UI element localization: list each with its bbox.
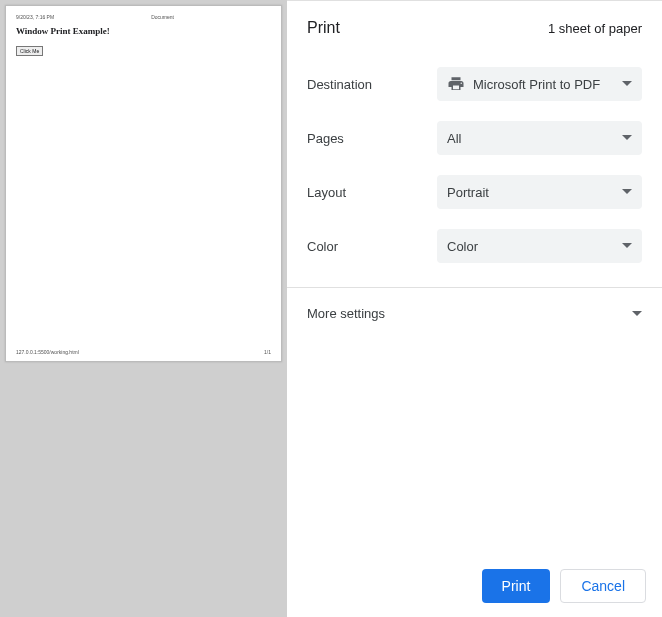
chevron-down-icon bbox=[632, 309, 642, 319]
option-row-layout: Layout Portrait bbox=[287, 165, 662, 219]
dialog-title-row: Print 1 sheet of paper bbox=[287, 1, 662, 57]
destination-value: Microsoft Print to PDF bbox=[473, 77, 600, 92]
print-button[interactable]: Print bbox=[482, 569, 551, 603]
preview-header-date: 9/20/23, 7:16 PM bbox=[16, 14, 54, 20]
preview-header: 9/20/23, 7:16 PM Document bbox=[16, 14, 271, 20]
sheet-count: 1 sheet of paper bbox=[548, 21, 642, 36]
preview-page: 9/20/23, 7:16 PM Document Window Print E… bbox=[5, 5, 282, 362]
more-settings-label: More settings bbox=[307, 306, 385, 321]
more-settings-toggle[interactable]: More settings bbox=[287, 288, 662, 339]
option-row-destination: Destination Microsoft Print to PDF bbox=[287, 57, 662, 111]
preview-footer: 127.0.0.1:5500/working.html 1/1 bbox=[16, 349, 271, 355]
pages-value: All bbox=[447, 131, 461, 146]
pages-dropdown[interactable]: All bbox=[437, 121, 642, 155]
chevron-down-icon bbox=[622, 79, 632, 89]
layout-value: Portrait bbox=[447, 185, 489, 200]
preview-footer-pages: 1/1 bbox=[264, 349, 271, 355]
layout-label: Layout bbox=[307, 185, 437, 200]
option-row-color: Color Color bbox=[287, 219, 662, 273]
preview-body-button: Click Me bbox=[16, 46, 43, 56]
chevron-down-icon bbox=[622, 187, 632, 197]
printer-icon bbox=[447, 75, 465, 93]
preview-footer-url: 127.0.0.1:5500/working.html bbox=[16, 349, 79, 355]
destination-label: Destination bbox=[307, 77, 437, 92]
dialog-title: Print bbox=[307, 19, 340, 37]
option-row-pages: Pages All bbox=[287, 111, 662, 165]
destination-dropdown[interactable]: Microsoft Print to PDF bbox=[437, 67, 642, 101]
chevron-down-icon bbox=[622, 133, 632, 143]
preview-body-title: Window Print Example! bbox=[16, 26, 271, 36]
layout-dropdown[interactable]: Portrait bbox=[437, 175, 642, 209]
cancel-button[interactable]: Cancel bbox=[560, 569, 646, 603]
color-dropdown[interactable]: Color bbox=[437, 229, 642, 263]
pages-label: Pages bbox=[307, 131, 437, 146]
color-label: Color bbox=[307, 239, 437, 254]
print-settings-pane: Print 1 sheet of paper Destination Micro… bbox=[287, 0, 662, 617]
preview-header-title: Document bbox=[151, 14, 174, 20]
dialog-button-bar: Print Cancel bbox=[287, 555, 662, 617]
color-value: Color bbox=[447, 239, 478, 254]
print-preview-pane: 9/20/23, 7:16 PM Document Window Print E… bbox=[0, 0, 287, 617]
chevron-down-icon bbox=[622, 241, 632, 251]
